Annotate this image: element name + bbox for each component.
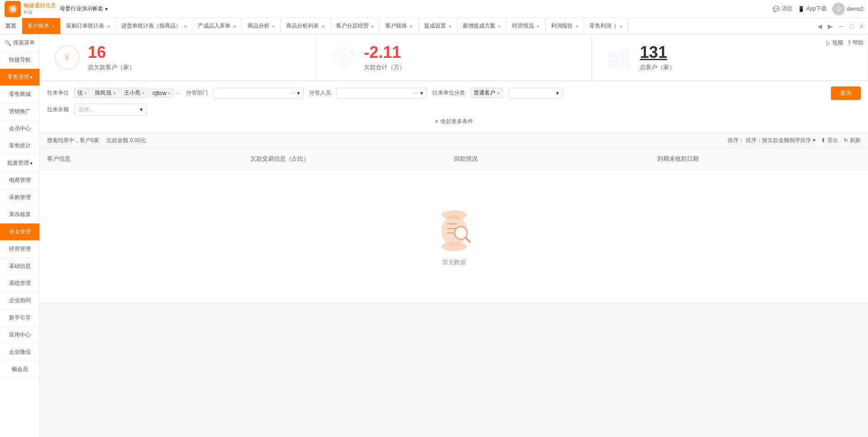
tab-profit-report[interactable]: 利润报告 × xyxy=(546,18,584,34)
tab-goods-analysis[interactable]: 商品分析 × xyxy=(242,18,281,34)
tab-customer-book-label: 客户账本 xyxy=(28,22,49,30)
collapse-button[interactable]: ∧ 收起更多条件 xyxy=(47,118,861,125)
tab-home-label: 首页 xyxy=(5,22,16,30)
tab-inbound-stat-close[interactable]: × xyxy=(184,24,187,29)
sidebar-quick-nav[interactable]: 快捷导航 xyxy=(0,52,39,69)
sidebar-item-operations-mgmt[interactable]: 经营管理 xyxy=(0,241,39,258)
sidebar-item-retail-stats[interactable]: 零售统计 xyxy=(0,138,39,155)
tab-inbound-stat-label: 进货单统计表（按商品） xyxy=(121,22,181,30)
tab-business-status-label: 经营情况 xyxy=(512,22,534,30)
stat-number-debt-customers: 16 xyxy=(88,43,135,62)
sidebar-item-capital-mgmt[interactable]: 资金管理 xyxy=(0,223,39,241)
sidebar-item-marketing[interactable]: 营销推广 xyxy=(0,103,39,120)
help-btn[interactable]: ? 帮助 xyxy=(848,39,863,47)
svg-text:畅: 畅 xyxy=(10,5,16,12)
logo-area: 畅 畅捷通好生意 标版 xyxy=(5,1,56,17)
tab-new-raise[interactable]: 新增提成方案 × xyxy=(457,18,507,34)
tab-purchase-order-label: 采购订单统计表 xyxy=(66,22,104,30)
col-customer-info: 客户信息 xyxy=(47,153,250,165)
tab-customer-segment-close[interactable]: × xyxy=(371,24,374,29)
person-select-dots[interactable]: ··· xyxy=(414,90,418,96)
stat-icon-building xyxy=(605,44,633,71)
tab-raise-settings[interactable]: 提成设置 × xyxy=(419,18,457,34)
balance-select[interactable]: 选择... ▾ xyxy=(74,104,147,116)
export-button[interactable]: ⬆ 导出 xyxy=(821,137,838,144)
sidebar-item-inventory-check[interactable]: 库存核算 xyxy=(0,206,39,223)
tab-customer-contact[interactable]: 客户联络 × xyxy=(380,18,418,34)
query-button[interactable]: 查询 xyxy=(831,86,861,100)
maximize-button[interactable]: □ xyxy=(847,22,856,31)
tab-inbound-stat[interactable]: 进货单统计表（按商品） × xyxy=(116,18,192,34)
video-help-btn[interactable]: ▷ 视频 xyxy=(826,39,843,47)
app-download-btn[interactable]: 📱 App下载 xyxy=(798,5,827,13)
tab-purchase-order[interactable]: 采购订单统计表 × xyxy=(61,18,115,34)
tab-customer-book-close[interactable]: × xyxy=(52,24,55,29)
unit-tag-0[interactable]: 伍 × xyxy=(74,88,90,98)
unit-type-tag-0-close[interactable]: × xyxy=(497,90,499,96)
tab-profit-report-close[interactable]: × xyxy=(575,24,578,29)
tab-business-status[interactable]: 经营情况 × xyxy=(507,18,545,34)
tab-production-in-close[interactable]: × xyxy=(233,24,236,29)
sidebar-item-app-center[interactable]: 应用中心 xyxy=(0,327,39,344)
close-window-button[interactable]: × xyxy=(857,22,866,31)
unit-tag-1[interactable]: 陈民强 × xyxy=(92,88,119,98)
dept-select-dots[interactable]: ··· xyxy=(291,90,295,96)
unit-tag-3-close[interactable]: × xyxy=(168,90,170,96)
sidebar-item-member-center[interactable]: 会员中心 xyxy=(0,120,39,138)
tab-customer-segment[interactable]: 客户分层经营 × xyxy=(331,18,380,34)
empty-state-icon xyxy=(432,206,477,251)
sidebar-item-super-member[interactable]: 畅会员 xyxy=(0,361,39,378)
unit-tag-2-close[interactable]: × xyxy=(142,90,144,96)
sidebar-item-purchase-mgmt[interactable]: 采购管理 xyxy=(0,189,39,206)
sidebar-item-ecommerce-mgmt[interactable]: 电商管理 xyxy=(0,172,39,189)
person-select[interactable]: ··· ▾ xyxy=(336,88,427,99)
tab-customer-book[interactable]: 客户账本 × xyxy=(22,18,61,34)
tab-goods-analysis-list[interactable]: 商品分析列表 × xyxy=(281,18,330,34)
unit-tag-3[interactable]: cjttcw × xyxy=(149,89,173,98)
play-icon: ▷ xyxy=(826,40,830,46)
unit-type-extra-select[interactable]: ▾ xyxy=(508,88,563,99)
sidebar-item-system-mgmt[interactable]: 系统管理 xyxy=(0,275,39,292)
sort-select[interactable]: 排序： 排序：按欠款金额倒序排序 ▾ xyxy=(728,137,815,144)
nav-next-arrow[interactable]: ▶ xyxy=(825,23,835,30)
nav-prev-arrow[interactable]: ◀ xyxy=(815,23,825,30)
unit-type-tag-0[interactable]: 普通客户 × xyxy=(470,88,503,98)
tab-production-in[interactable]: 产成品入库单 × xyxy=(192,18,242,34)
minimize-button[interactable]: ─ xyxy=(837,22,846,31)
sidebar-item-basic-info[interactable]: 基础信息 xyxy=(0,258,39,275)
unit-tags-more[interactable]: ··· xyxy=(176,90,181,97)
logo-main-text: 畅捷通好生意 xyxy=(24,2,56,9)
user-avatar[interactable]: D demo2 xyxy=(832,3,863,15)
sidebar-search[interactable]: 🔍 搜索菜单 xyxy=(0,34,39,52)
tab-goods-analysis-close[interactable]: × xyxy=(272,24,275,29)
unit-tag-0-close[interactable]: × xyxy=(84,90,87,96)
tab-raise-settings-label: 提成设置 xyxy=(424,22,446,30)
tab-raise-settings-close[interactable]: × xyxy=(449,24,451,29)
sidebar-item-enterprise-coop[interactable]: 企业协同 xyxy=(0,292,39,309)
sidebar-item-retail-mall[interactable]: 零售商城 xyxy=(0,86,39,103)
unit-tag-2[interactable]: 王小亮 × xyxy=(121,88,148,98)
stat-number-total-customers[interactable]: 131 xyxy=(640,43,675,62)
unit-type-chevron-icon: ▾ xyxy=(556,90,559,96)
account-selector[interactable]: 母婴行业演示帐套 ▾ xyxy=(60,5,108,13)
tab-business-status-close[interactable]: × xyxy=(537,24,539,29)
stat-info-debt-total: -2.11 欠款合计（万） xyxy=(364,43,405,71)
unit-tag-1-close[interactable]: × xyxy=(113,90,115,96)
sidebar-item-wholesale-mgmt[interactable]: 批发管理 ▾ xyxy=(0,155,39,172)
stat-label-debt-customers: 总欠款客户（家） xyxy=(88,63,135,71)
sidebar-item-enterprise-wechat[interactable]: 企业微信 xyxy=(0,344,39,361)
tab-new-raise-close[interactable]: × xyxy=(498,24,501,29)
dept-select[interactable]: ··· ▾ xyxy=(213,88,304,99)
sidebar-item-retail-mgmt[interactable]: 零售管理 ▾ xyxy=(0,69,39,86)
stat-debt-total: -2.11 欠款合计（万） xyxy=(316,34,592,81)
refresh-button[interactable]: ↻ 刷新 xyxy=(844,137,861,144)
tab-home[interactable]: 首页 xyxy=(0,18,22,34)
tab-retail-profit-close[interactable]: × xyxy=(619,24,622,29)
question-icon: ? xyxy=(848,40,851,46)
tab-customer-contact-close[interactable]: × xyxy=(410,24,412,29)
sidebar-item-new-guide[interactable]: 新手引导 xyxy=(0,309,39,327)
message-btn[interactable]: 💬 消息 xyxy=(773,5,792,13)
tab-retail-profit[interactable]: 零售利润（ × xyxy=(584,18,628,34)
tab-goods-analysis-list-close[interactable]: × xyxy=(321,24,324,29)
tab-purchase-order-close[interactable]: × xyxy=(107,24,110,29)
